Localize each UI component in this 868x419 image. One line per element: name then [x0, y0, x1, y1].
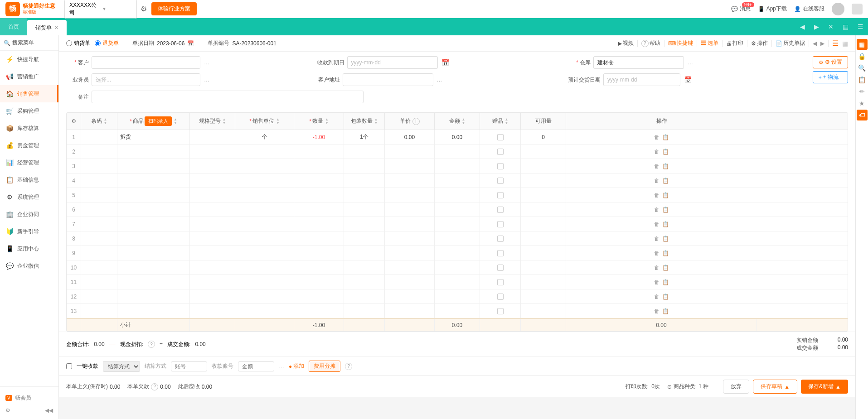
nav-arrow-left-icon[interactable]: ◀: [795, 23, 810, 30]
toolbar-history-btn[interactable]: 📄 历史单据: [776, 39, 805, 47]
salesperson-more-icon[interactable]: …: [204, 77, 209, 83]
list-view-icon[interactable]: ☰: [853, 23, 868, 30]
sort-barcode-icon[interactable]: ▲▼: [104, 118, 107, 125]
radio-sales-order[interactable]: 销货单: [66, 39, 90, 47]
sidebar-item-app-center[interactable]: 📱 应用中心: [0, 240, 58, 257]
right-panel-clipboard-icon[interactable]: 📋: [857, 74, 868, 85]
due-date-calendar-icon[interactable]: 📅: [441, 59, 449, 66]
delivery-date-input[interactable]: yyyy-mm-dd: [603, 73, 680, 86]
sidebar-item-vip[interactable]: V 畅会员: [0, 390, 58, 405]
order-balance-info-icon[interactable]: ?: [151, 383, 158, 390]
tab-close-icon[interactable]: ✕: [54, 25, 58, 31]
row-2-delete-icon[interactable]: 🗑: [654, 149, 659, 155]
avatar-dropdown[interactable]: [852, 4, 863, 14]
due-date-input[interactable]: yyyy-mm-dd: [347, 56, 438, 69]
radio-sales-order-input[interactable]: [66, 40, 72, 46]
nav-next-icon[interactable]: ▶: [820, 40, 824, 47]
toolbar-print-btn[interactable]: 🖨 打印: [726, 39, 743, 47]
sidebar-item-enterprise-wechat[interactable]: 💬 企业微信: [0, 257, 58, 275]
sort-amount-icon[interactable]: ▲▼: [462, 118, 466, 125]
row-1-unit[interactable]: 个: [235, 130, 294, 144]
sidebar-item-newbie[interactable]: 🔰 新手引导: [0, 223, 58, 240]
row-7-copy-icon[interactable]: 📋: [662, 221, 669, 227]
row-13-copy-icon[interactable]: 📋: [662, 308, 669, 314]
discount-info-icon[interactable]: ?: [148, 341, 155, 348]
row-11-delete-icon[interactable]: 🗑: [654, 279, 659, 285]
row-7-delete-icon[interactable]: 🗑: [654, 221, 659, 227]
row-1-gift[interactable]: [480, 130, 521, 144]
row-8-delete-icon[interactable]: 🗑: [654, 236, 659, 242]
toolbar-shortcut-btn[interactable]: ⌨ 快捷键: [668, 39, 693, 47]
minus-icon[interactable]: —: [109, 341, 116, 348]
add-payment-button[interactable]: ● 添加: [289, 362, 304, 370]
sidebar-item-operations[interactable]: 📊 经营管理: [0, 154, 58, 171]
right-panel-lock-icon[interactable]: 🔒: [857, 51, 868, 62]
row-6-copy-icon[interactable]: 📋: [662, 207, 669, 213]
row-4-delete-icon[interactable]: 🗑: [654, 178, 659, 184]
settings-icon[interactable]: ⚙: [141, 5, 147, 13]
sort-gift-icon[interactable]: ▲▼: [505, 118, 509, 125]
row-1-barcode[interactable]: [81, 130, 117, 144]
row-5-delete-icon[interactable]: 🗑: [654, 192, 659, 198]
row-1-product[interactable]: 拆货: [117, 130, 190, 144]
sort-qty-icon[interactable]: ▲▼: [325, 118, 329, 125]
row-5-copy-icon[interactable]: 📋: [662, 192, 669, 198]
payment-more-icon[interactable]: …: [279, 363, 284, 370]
salesperson-input[interactable]: 选择...: [92, 73, 200, 86]
sidebar-item-sales[interactable]: 🏠 销售管理: [0, 85, 58, 102]
radio-return-order[interactable]: 退货单: [95, 39, 119, 47]
row-1-qty[interactable]: -1.00: [294, 130, 344, 144]
close-all-icon[interactable]: ✕: [824, 23, 838, 30]
warehouse-input[interactable]: 建材仓: [593, 56, 684, 69]
right-panel-star-icon[interactable]: ★: [857, 98, 868, 109]
toolbar-help-btn[interactable]: ? 帮助: [641, 39, 660, 47]
toolbar-select-btn[interactable]: ☰ 选单: [701, 39, 718, 47]
row-6-delete-icon[interactable]: 🗑: [654, 207, 659, 213]
customer-address-input[interactable]: [343, 73, 433, 86]
row-1-spec[interactable]: [190, 130, 235, 144]
sidebar-item-basic[interactable]: 📋 基础信息: [0, 171, 58, 188]
grid-view-icon[interactable]: ▦: [838, 23, 853, 30]
row-3-copy-icon[interactable]: 📋: [662, 163, 669, 169]
avatar[interactable]: [832, 3, 844, 15]
scan-button[interactable]: 扫码录入: [145, 116, 172, 126]
row-8-copy-icon[interactable]: 📋: [662, 236, 669, 242]
customer-address-more-icon[interactable]: …: [437, 77, 442, 83]
radio-return-order-input[interactable]: [95, 40, 101, 46]
product-type-radio-icon[interactable]: ⊙: [667, 384, 672, 390]
view-grid-icon[interactable]: ▦: [842, 40, 848, 47]
row-1-copy-icon[interactable]: 📋: [662, 134, 669, 140]
row-4-copy-icon[interactable]: 📋: [662, 178, 669, 184]
sort-product-icon[interactable]: ▲▼: [174, 118, 177, 125]
row-13-delete-icon[interactable]: 🗑: [654, 308, 659, 314]
row-1-delete-icon[interactable]: 🗑: [654, 134, 659, 140]
experience-button[interactable]: 体验行业方案: [151, 2, 197, 15]
row-10-copy-icon[interactable]: 📋: [662, 265, 669, 271]
row-1-pkg-qty[interactable]: 1个: [344, 130, 385, 144]
gift-checkbox-1[interactable]: [497, 134, 504, 140]
logistics-button[interactable]: + + 物流: [813, 71, 848, 83]
sidebar-item-marketing[interactable]: 📢 营销推广: [0, 68, 58, 85]
row-1-unit-price[interactable]: 0.00: [385, 130, 435, 144]
warehouse-more-icon[interactable]: …: [688, 59, 693, 66]
sort-pkg-icon[interactable]: ▲▼: [374, 118, 378, 125]
sidebar-item-purchase[interactable]: 🛒 采购管理: [0, 102, 58, 120]
discard-button[interactable]: 放弃: [723, 380, 749, 394]
toolbar-video-btn[interactable]: ▶ 视频: [618, 39, 634, 47]
th-settings[interactable]: ⚙: [67, 113, 81, 130]
sidebar-item-capital[interactable]: 💰 资金管理: [0, 137, 58, 154]
nav-prev-icon[interactable]: ◀: [813, 40, 817, 47]
payment-method-select[interactable]: 结算方式: [103, 361, 140, 372]
nav-arrow-right-icon[interactable]: ▶: [810, 23, 824, 30]
row-2-gift[interactable]: [480, 144, 521, 159]
payment-account-input[interactable]: [171, 361, 207, 371]
right-panel-grid-icon[interactable]: ▦: [857, 39, 868, 50]
tab-home[interactable]: 首页: [0, 18, 27, 35]
save-draft-button[interactable]: 保存草稿 ▲: [753, 380, 797, 394]
toolbar-operation-btn[interactable]: ⚙ 操作: [751, 39, 768, 47]
sidebar-gear-icon[interactable]: ⚙: [5, 407, 10, 414]
row-11-copy-icon[interactable]: 📋: [662, 279, 669, 285]
sidebar-collapse-icon[interactable]: ◀◀: [45, 407, 53, 414]
row-2-copy-icon[interactable]: 📋: [662, 149, 669, 155]
right-panel-tag-icon[interactable]: 🏷: [857, 110, 868, 120]
